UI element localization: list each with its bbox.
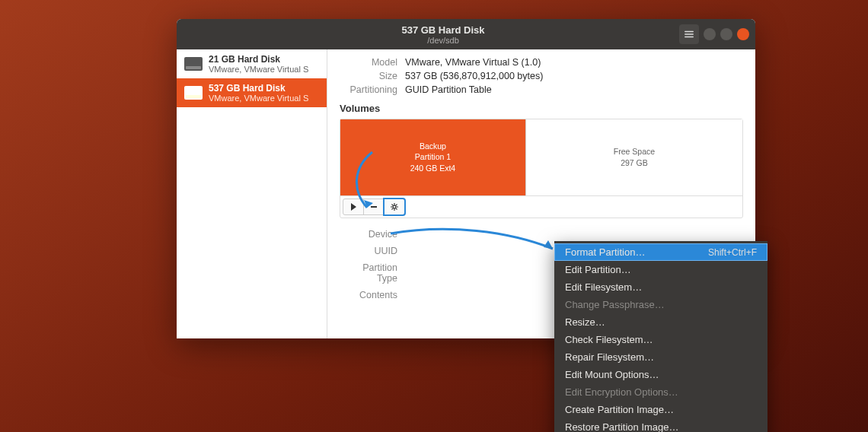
menu-item-edit-mount-options[interactable]: Edit Mount Options… xyxy=(554,366,767,383)
menu-item-repair-filesystem[interactable]: Repair Filesystem… xyxy=(554,348,767,366)
disk-item-21gb[interactable]: 21 GB Hard Disk VMware, VMware Virtual S xyxy=(177,49,327,78)
menu-item-restore-partition-image[interactable]: Restore Partition Image… xyxy=(554,418,767,432)
partition-options-button[interactable] xyxy=(384,199,405,215)
volumes-heading: Volumes xyxy=(340,103,743,114)
menu-item-check-filesystem[interactable]: Check Filesystem… xyxy=(554,331,767,348)
hamburger-menu-button[interactable] xyxy=(679,24,699,44)
window-subtitle: /dev/sdb xyxy=(207,36,679,45)
menu-item-label: Restore Partition Image… xyxy=(565,421,679,432)
disk-detail-panel: Model VMware, VMware Virtual S (1.0) Siz… xyxy=(327,49,755,338)
menu-item-label: Format Partition… xyxy=(565,246,645,258)
disks-window: 537 GB Hard Disk /dev/sdb 21 GB Hard Dis… xyxy=(177,19,755,338)
gear-icon xyxy=(390,202,399,211)
menu-item-label: Edit Partition… xyxy=(565,264,631,275)
free-space-label: Free Space xyxy=(614,147,655,157)
partition-fs: 240 GB Ext4 xyxy=(410,164,456,174)
titlebar: 537 GB Hard Disk /dev/sdb xyxy=(177,19,755,49)
maximize-button[interactable] xyxy=(720,28,732,40)
model-label: Model xyxy=(340,57,397,68)
menu-item-label: Edit Filesystem… xyxy=(565,281,642,293)
menu-item-label: Resize… xyxy=(565,316,605,328)
menu-item-edit-filesystem[interactable]: Edit Filesystem… xyxy=(554,278,767,296)
hard-disk-icon xyxy=(184,86,203,100)
menu-item-change-passphrase: Change Passphrase… xyxy=(554,296,767,313)
uuid-label: UUID xyxy=(340,246,397,256)
partition-type-label: Partition Type xyxy=(340,262,397,284)
device-label: Device xyxy=(340,229,397,240)
model-value: VMware, VMware Virtual S (1.0) xyxy=(405,57,541,68)
menu-item-label: Repair Filesystem… xyxy=(565,351,654,363)
menu-item-label: Edit Encryption Options… xyxy=(565,386,678,398)
partitioning-label: Partitioning xyxy=(340,84,397,95)
hard-disk-icon xyxy=(184,57,203,71)
menu-item-accelerator: Shift+Ctrl+F xyxy=(708,247,757,258)
menu-item-create-partition-image[interactable]: Create Partition Image… xyxy=(554,401,767,418)
size-value: 537 GB (536,870,912,000 bytes) xyxy=(405,71,543,81)
volume-toolbar xyxy=(340,195,742,218)
disk-title: 537 GB Hard Disk xyxy=(209,83,308,94)
free-space-block[interactable]: Free Space 297 GB xyxy=(525,119,742,195)
disk-title: 21 GB Hard Disk xyxy=(209,54,308,65)
disk-item-537gb[interactable]: 537 GB Hard Disk VMware, VMware Virtual … xyxy=(177,78,327,107)
partition-1-block[interactable]: Backup Partition 1 240 GB Ext4 xyxy=(340,119,525,195)
partition-name: Backup xyxy=(420,141,446,152)
disk-list-sidebar: 21 GB Hard Disk VMware, VMware Virtual S… xyxy=(177,49,327,338)
partitioning-value: GUID Partition Table xyxy=(405,84,492,95)
menu-item-label: Change Passphrase… xyxy=(565,299,665,310)
size-label: Size xyxy=(340,71,397,81)
partition-options-menu: Format Partition…Shift+Ctrl+FEdit Partit… xyxy=(554,241,767,432)
disk-subtitle: VMware, VMware Virtual S xyxy=(209,65,308,74)
menu-item-label: Edit Mount Options… xyxy=(565,369,659,380)
disk-subtitle: VMware, VMware Virtual S xyxy=(209,94,308,103)
svg-rect-0 xyxy=(371,206,377,208)
volume-bar: Backup Partition 1 240 GB Ext4 Free Spac… xyxy=(340,119,743,218)
close-button[interactable] xyxy=(737,28,749,40)
free-space-size: 297 GB xyxy=(621,158,648,169)
contents-label: Contents xyxy=(340,290,397,300)
minimize-button[interactable] xyxy=(704,28,716,40)
mount-play-button[interactable] xyxy=(343,199,364,215)
menu-item-resize[interactable]: Resize… xyxy=(554,313,767,331)
partition-label: Partition 1 xyxy=(415,152,451,163)
svg-point-1 xyxy=(393,205,396,208)
play-icon xyxy=(349,202,358,211)
menu-item-edit-partition[interactable]: Edit Partition… xyxy=(554,261,767,278)
menu-item-edit-encryption-options: Edit Encryption Options… xyxy=(554,383,767,401)
window-title: 537 GB Hard Disk xyxy=(207,24,679,36)
delete-partition-button[interactable] xyxy=(363,199,385,215)
menu-item-label: Create Partition Image… xyxy=(565,404,674,415)
menu-item-format-partition[interactable]: Format Partition…Shift+Ctrl+F xyxy=(554,243,767,261)
minus-icon xyxy=(369,202,378,211)
menu-item-label: Check Filesystem… xyxy=(565,334,653,345)
